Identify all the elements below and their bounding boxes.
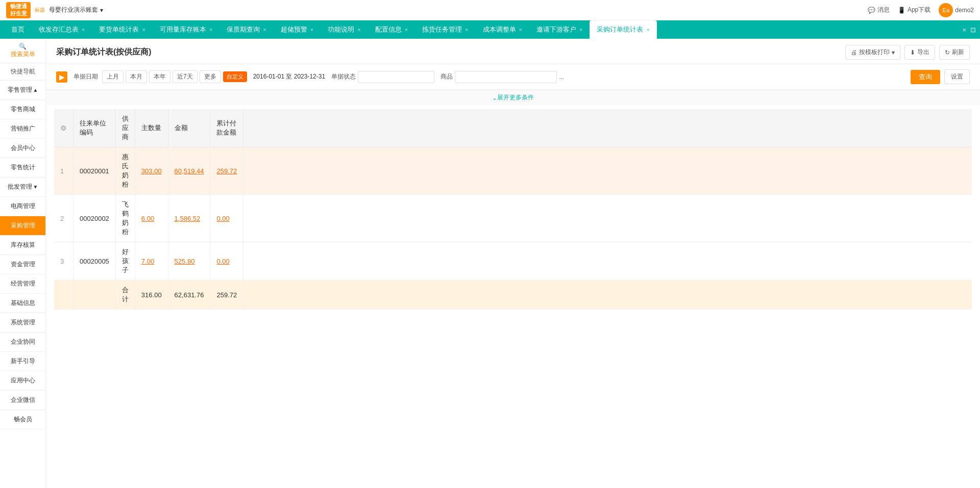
expand-more-bar[interactable]: ⌄ 展开更多条件 [46, 90, 980, 105]
td-paid-2: 0.00 [210, 195, 243, 242]
th-code: 往来单位编码 [74, 109, 116, 147]
qty-link-2[interactable]: 6.00 [141, 215, 154, 222]
btn-export[interactable]: ⬇ 导出 [904, 45, 935, 60]
sidebar-item-marketing[interactable]: 营销推广 [0, 119, 45, 139]
tab-close-order-stat[interactable]: × [142, 27, 145, 33]
goods-input[interactable] [455, 71, 557, 83]
column-settings-icon[interactable]: ⚙ [60, 124, 67, 132]
app-download-btn[interactable]: 📱 App下载 [898, 6, 930, 14]
sidebar-item-enterprise-wechat[interactable]: 企业微信 [0, 391, 45, 410]
tab-func-desc[interactable]: 功能说明 × [321, 20, 368, 39]
tab-close-config-info[interactable]: × [405, 27, 408, 33]
filter-goods-section: 商品 ... [440, 71, 564, 83]
sidebar-item-member-center[interactable]: 会员中心 [0, 139, 45, 158]
sidebar: 🔍 搜索菜单 快捷导航 零售管理 ▲ 零售商城 营销推广 会员中心 零售统计 批… [0, 39, 46, 488]
tab-purchase-stat[interactable]: 采购订单统计表 × [590, 20, 656, 39]
tab-close-pickup-task[interactable]: × [465, 27, 468, 33]
td-extra-1 [243, 147, 972, 195]
page-header: 采购订单统计表(按供应商) 🖨 按模板打印 ▾ ⬇ 导出 ↻ 刷新 [46, 39, 980, 64]
btn-query[interactable]: 查询 [911, 70, 940, 84]
qty-link-1[interactable]: 303.00 [141, 167, 162, 175]
paid-link-3[interactable]: 0.00 [216, 258, 229, 265]
refresh-icon: ↻ [945, 49, 950, 56]
retail-mgmt-arrow-icon: ▲ [33, 87, 38, 93]
tab-inventory-book[interactable]: 可用量库存账本 × [153, 20, 219, 39]
sidebar-item-vip-member[interactable]: 畅会员 [0, 410, 45, 429]
tab-cost-adjust[interactable]: 成本调整单 × [476, 20, 529, 39]
message-btn[interactable]: 💬 消息 [868, 6, 890, 14]
btn-refresh[interactable]: ↻ 刷新 [939, 45, 970, 60]
filter-actions: 查询 设置 [911, 69, 970, 84]
amount-link-3[interactable]: 525.80 [175, 258, 195, 265]
tab-receive-send[interactable]: 收发存汇总表 × [32, 20, 92, 39]
paid-link-2[interactable]: 0.00 [216, 215, 229, 222]
tab-overstock[interactable]: 超储预警 × [274, 20, 321, 39]
tab-close-inventory-book[interactable]: × [209, 27, 212, 33]
sidebar-item-fund-mgmt[interactable]: 资金管理 [0, 255, 45, 274]
tab-config-info[interactable]: 配置信息 × [368, 20, 415, 39]
sidebar-item-retail-mgmt[interactable]: 零售管理 ▲ [0, 81, 45, 100]
table-container: ⚙ 往来单位编码 供应商 主数量 金额 累计付款金额 1 [46, 109, 980, 318]
tab-close-overstock[interactable]: × [310, 27, 313, 33]
sidebar-item-basic-info[interactable]: 基础信息 [0, 294, 45, 313]
qty-link-3[interactable]: 7.00 [141, 258, 154, 265]
date-btn-7days[interactable]: 近7天 [173, 70, 198, 83]
tab-close-cost-adjust[interactable]: × [519, 27, 522, 33]
tab-expand-icon[interactable]: ⊡ [970, 26, 976, 34]
date-btn-this-month[interactable]: 本月 [126, 70, 147, 83]
tab-pickup-task[interactable]: 拣货任务管理 × [415, 20, 475, 39]
td-extra-2 [243, 195, 972, 242]
td-code-3: 00020005 [74, 242, 116, 280]
td-num-3: 3 [54, 242, 74, 280]
sidebar-item-ecom-mgmt[interactable]: 电商管理 [0, 197, 45, 216]
tab-invite-downstream[interactable]: 邀请下游客户 × [529, 20, 590, 39]
tab-home[interactable]: 首页 [4, 20, 32, 39]
td-amount-3: 525.80 [168, 242, 210, 280]
tf-qty: 316.00 [135, 280, 168, 310]
nav-controls: × ⊡ [962, 26, 976, 34]
tab-close-all-icon[interactable]: × [962, 26, 966, 34]
sidebar-item-new-guide[interactable]: 新手引导 [0, 352, 45, 371]
table-row[interactable]: 1 00020001 惠氏奶粉 303.00 60,519.44 259.72 [54, 147, 972, 195]
sidebar-item-inventory-check[interactable]: 库存核算 [0, 236, 45, 255]
sidebar-item-app-center[interactable]: 应用中心 [0, 371, 45, 391]
date-btn-this-year[interactable]: 本年 [149, 70, 170, 83]
sidebar-item-enterprise-collab[interactable]: 企业协同 [0, 332, 45, 352]
sidebar-item-purchase-mgmt[interactable]: 采购管理 [0, 216, 45, 236]
sidebar-quick-nav[interactable]: 快捷导航 [0, 63, 45, 81]
sidebar-item-sys-mgmt[interactable]: 系统管理 [0, 313, 45, 332]
sidebar-item-wholesale-mgmt[interactable]: 批发管理 ▼ [0, 177, 45, 197]
tab-close-func-desc[interactable]: × [357, 27, 360, 33]
date-btn-more[interactable]: 更多 [200, 70, 221, 83]
tab-close-receive-send[interactable]: × [82, 27, 85, 33]
date-btn-last-month[interactable]: 上月 [102, 70, 124, 83]
sidebar-item-retail-mall[interactable]: 零售商城 [0, 100, 45, 119]
amount-link-2[interactable]: 1,586.52 [175, 215, 201, 222]
page: 采购订单统计表(按供应商) 🖨 按模板打印 ▾ ⬇ 导出 ↻ 刷新 [46, 39, 980, 488]
date-label: 单据日期 [74, 72, 98, 81]
table-header-row: ⚙ 往来单位编码 供应商 主数量 金额 累计付款金额 [54, 109, 972, 147]
tf-label: 合计 [115, 280, 135, 310]
paid-link-1[interactable]: 259.72 [216, 167, 237, 175]
tab-close-invite-downstream[interactable]: × [579, 27, 582, 33]
btn-settings[interactable]: 设置 [944, 69, 970, 84]
sidebar-item-retail-stat[interactable]: 零售统计 [0, 158, 45, 177]
tf-amount: 62,631.76 [168, 280, 210, 310]
workspace-selector[interactable]: 母婴行业演示账套 ▾ [49, 6, 103, 14]
amount-link-1[interactable]: 60,519.44 [175, 167, 204, 175]
table-row[interactable]: 3 00020005 好孩子 7.00 525.80 0.00 [54, 242, 972, 280]
tab-order-stat[interactable]: 要货单统计表 × [92, 20, 152, 39]
table-row[interactable]: 2 00020002 飞鹤奶粉 6.00 1,586.52 0.00 [54, 195, 972, 242]
top-bar-left: 畅捷通好生意 标题 母婴行业演示账套 ▾ [6, 2, 103, 18]
sidebar-item-ops-mgmt[interactable]: 经营管理 [0, 274, 45, 294]
btn-print[interactable]: 🖨 按模板打印 ▾ [845, 45, 900, 60]
status-select[interactable] [358, 71, 434, 83]
date-custom-badge[interactable]: 自定义 [223, 71, 247, 82]
user-avatar-area[interactable]: Ea demo2 [939, 3, 974, 17]
tab-warranty[interactable]: 保质期查询 × [219, 20, 273, 39]
tab-close-warranty[interactable]: × [263, 27, 266, 33]
sidebar-search[interactable]: 🔍 搜索菜单 [0, 39, 45, 63]
more-filter-btn[interactable]: ... [559, 73, 564, 81]
filter-toggle-btn[interactable]: ▶ [56, 71, 67, 83]
tab-close-purchase-stat[interactable]: × [646, 27, 649, 33]
